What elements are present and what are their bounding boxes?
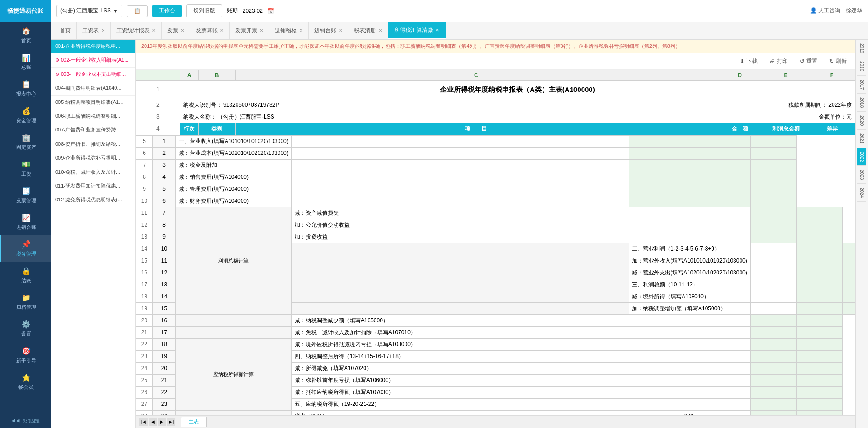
col-header-row: A B C D E F	[136, 70, 855, 80]
download-button[interactable]: ⬇ 下载	[737, 56, 760, 67]
tab-salary[interactable]: 工资表 ✕	[77, 22, 111, 39]
year-item-2016[interactable]: 2016	[857, 57, 866, 75]
form-list-item-001[interactable]: 001-企业所得税年度纳税申...	[51, 40, 135, 53]
form-list-item-010[interactable]: 010-免税、减计收入及加计...	[51, 165, 135, 179]
refresh-button[interactable]: ↻ 刷新	[827, 56, 850, 67]
calendar-icon[interactable]: 📅	[267, 8, 274, 14]
tab-tax-calc[interactable]: 所得税汇算清缴 ✕	[388, 22, 446, 39]
sidebar-item-archive[interactable]: 📁 归档管理	[0, 289, 51, 315]
form-list-item-002[interactable]: ⊘ 002-一般企业收入明细表(A1...	[51, 53, 135, 67]
topbar: (勾册) 江西服宝-LSS ▼ 📋 工作台 切到旧版 账期 2023-02 📅 …	[51, 0, 868, 22]
col-lirunquane-header: 利润总金额	[763, 123, 809, 135]
chay-cell	[796, 350, 842, 362]
pin-toggle[interactable]: ◀◀ 取消固定	[0, 414, 51, 428]
year-item-2018[interactable]: 2018	[857, 94, 866, 112]
consult-button[interactable]: 👤 人工咨询	[810, 7, 840, 15]
xuhao-cell: 24	[153, 410, 176, 415]
sidebar-item-home[interactable]: 🏠 首页	[0, 22, 51, 49]
tab-tax-clear[interactable]: 税表清册 ✕	[348, 22, 388, 39]
tab-sales-check-close[interactable]: ✕	[299, 28, 303, 33]
tab-sales-check[interactable]: 进销稽核 ✕	[269, 22, 309, 39]
sidebar-item-settings[interactable]: ⚙️ 设置	[0, 315, 51, 342]
company-selector[interactable]: (勾册) 江西服宝-LSS ▼	[56, 5, 122, 17]
sidebar-item-member-label: 畅会员	[18, 384, 34, 391]
form-list-item-006[interactable]: 006-职工薪酬纳税调整明细...	[51, 109, 135, 123]
sheet-tab-main[interactable]: 主表	[181, 417, 207, 427]
sidebar-item-asset[interactable]: 🏢 固定资产	[0, 129, 51, 155]
tab-invoice-calc-close[interactable]: ✕	[220, 28, 224, 33]
period-label: 账期	[227, 7, 238, 15]
sheet-nav-next[interactable]: ▶	[158, 418, 166, 426]
table-row: 1 企业所得税年度纳税申报表（A类）主表(A100000)	[136, 80, 855, 99]
form-list-item-008[interactable]: 008-资产折旧、摊销及纳税...	[51, 137, 135, 151]
year-item-2022[interactable]: 2022	[857, 148, 866, 166]
tab-invoice-open[interactable]: 发票开票 ✕	[230, 22, 269, 39]
sheet-nav-last[interactable]: ▶|	[167, 418, 175, 426]
year-item-2023[interactable]: 2023	[857, 166, 866, 184]
form-list-item-004[interactable]: 004-期间费用明细表(A1040...	[51, 81, 135, 95]
currency-label-cell: 金额单位：元	[717, 111, 855, 123]
form-list-item-009[interactable]: 009-企业所得税弥补亏损明...	[51, 151, 135, 165]
xuhao-cell: 16	[153, 314, 176, 326]
sidebar-item-close[interactable]: 🔒 结账	[0, 262, 51, 289]
row-num: 10	[136, 195, 153, 207]
reset-button[interactable]: ↺ 重置	[797, 56, 820, 67]
tab-home[interactable]: 首页	[54, 22, 77, 39]
tab-salary-close[interactable]: ✕	[101, 28, 105, 33]
tab-invoice[interactable]: 发票 ✕	[162, 22, 190, 39]
quane-cell	[629, 398, 750, 410]
year-item-2024[interactable]: 2024	[857, 184, 866, 202]
row-num: 17	[136, 279, 153, 291]
form-list-item-005[interactable]: 005-纳税调整项目明细表(A1...	[51, 96, 135, 109]
doc-button[interactable]: 📋	[127, 5, 148, 17]
row-num: 3	[136, 111, 180, 123]
workbench-button[interactable]: 工作台	[152, 5, 182, 17]
table-row: 2 纳税人识别号： 91320500703719732P 税款所属期间： 202…	[136, 99, 855, 111]
chay-cell	[750, 159, 796, 171]
quane-cell	[291, 159, 629, 171]
switch-version-button[interactable]: 切到旧版	[186, 4, 222, 17]
xiangmu-cell: 减：境外所得（填写A108010）	[629, 291, 750, 302]
xuhao-cell: 9	[153, 231, 176, 243]
form-list-item-007[interactable]: 007-广告费和业务宣传费跨...	[51, 123, 135, 137]
tab-salary-label: 工资表	[82, 27, 99, 34]
col-f-header: F	[809, 70, 855, 80]
sheet-nav-prev[interactable]: ◀	[149, 418, 157, 426]
year-item-2017[interactable]: 2017	[857, 76, 866, 94]
sheet-nav-first[interactable]: |◀	[139, 418, 148, 426]
year-item-2019[interactable]: 2019	[857, 40, 866, 57]
tab-invoice-close[interactable]: ✕	[180, 28, 184, 33]
sidebar-item-report[interactable]: 📋 报表中心	[0, 75, 51, 102]
tab-tax-clear-close[interactable]: ✕	[378, 28, 382, 33]
sidebar-item-ledger[interactable]: 📊 总账	[0, 49, 51, 75]
lirunquane-cell	[796, 267, 842, 279]
form-list-item-011[interactable]: 011-研发费用加计扣除优惠...	[51, 179, 135, 193]
sidebar-item-fund[interactable]: 💰 资金管理	[0, 102, 51, 129]
sidebar-item-member[interactable]: ⭐ 畅会员	[0, 369, 51, 395]
table-title-cell: 企业所得税年度纳税申报表（A类）主表(A100000)	[180, 80, 855, 99]
taxpayer-id-label: 纳税人识别号：	[183, 102, 222, 108]
sidebar-item-salary[interactable]: 💵 工资	[0, 155, 51, 182]
table-scroll[interactable]: A B C D E F 1 企业所得税年度纳税申报表（A类）主表(A100000…	[136, 70, 855, 416]
tab-invoice-calc[interactable]: 发票算账 ✕	[190, 22, 230, 39]
tab-salary-stat[interactable]: 工资统计报表 ✕	[111, 22, 162, 39]
tab-tax-calc-close[interactable]: ✕	[435, 28, 439, 33]
tab-invoice-open-label: 发票开票	[235, 27, 257, 34]
table-row: 117利润总额计算减：资产减值损失	[136, 207, 855, 219]
form-list-item-003[interactable]: ⊘ 003-一般企业成本支出明细...	[51, 68, 135, 81]
sidebar-item-sales[interactable]: 📈 进销台账	[0, 209, 51, 235]
table-row: 2016减：纳税调整减少额（填写A105000）	[136, 314, 855, 326]
year-item-2021[interactable]: 2021	[857, 130, 866, 148]
sidebar-item-tax[interactable]: 📌 税务管理	[0, 235, 51, 262]
tab-sales-ledger[interactable]: 进销台账 ✕	[309, 22, 348, 39]
tab-salary-stat-close[interactable]: ✕	[152, 28, 156, 33]
print-button[interactable]: 🖨 打印	[767, 56, 791, 67]
tab-invoice-open-close[interactable]: ✕	[260, 28, 263, 33]
row-num: 25	[136, 374, 153, 386]
tab-sales-ledger-close[interactable]: ✕	[339, 28, 342, 33]
sidebar-item-invoice[interactable]: 🧾 发票管理	[0, 182, 51, 209]
form-list-item-012[interactable]: 012-减免所得税优惠明细表(...	[51, 193, 135, 207]
year-item-2020[interactable]: 2020	[857, 112, 866, 130]
lirunquane-cell	[629, 195, 750, 207]
sidebar-item-guide[interactable]: 🎯 新手引导	[0, 342, 51, 369]
